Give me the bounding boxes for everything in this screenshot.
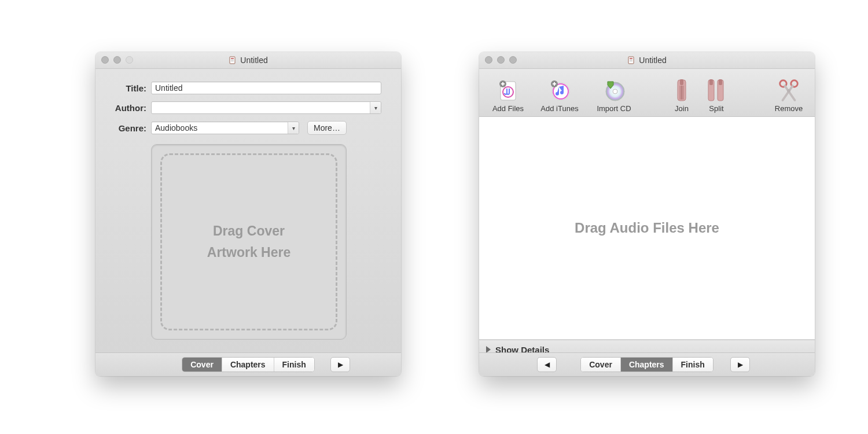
toolbar-label: Add Files [492,104,524,113]
toolbar-label: Remove [775,104,803,113]
zoom-icon[interactable] [509,56,517,64]
tab-chapters[interactable]: Chapters [621,358,673,372]
cover-artwork-prompt: Drag Cover Artwork Here [160,153,337,330]
split-icon [704,78,729,103]
title-label: Title: [95,83,146,93]
genre-field[interactable] [151,122,299,134]
add-files-icon [495,78,521,103]
next-button[interactable]: ▶ [330,357,350,372]
svg-rect-21 [709,79,713,85]
toolbar: Add Files Add iTunes [479,69,815,117]
tab-cover[interactable]: Cover [182,358,222,372]
svg-rect-17 [680,79,683,85]
audiobook-chapters-window: Untitled Add Files [479,52,815,376]
toolbar-label: Add iTunes [540,104,578,113]
tab-finish[interactable]: Finish [274,358,314,372]
split-button[interactable]: Split [699,78,734,113]
add-itunes-button[interactable]: Add iTunes [532,78,587,113]
svg-rect-2 [231,60,234,60]
audio-drop-prompt: Drag Audio Files Here [575,220,719,236]
author-dropdown-icon[interactable]: ▾ [370,102,381,113]
add-itunes-icon [547,78,572,103]
minimize-icon[interactable] [497,56,505,64]
window-title: Untitled [639,56,666,65]
svg-rect-23 [719,79,722,85]
toolbar-label: Import CD [597,104,631,113]
title-field[interactable] [151,82,381,94]
add-files-button[interactable]: Add Files [484,78,532,113]
document-icon [229,56,237,64]
titlebar[interactable]: Untitled [95,52,401,69]
next-button[interactable]: ▶ [730,357,750,372]
audio-files-dropzone[interactable]: Drag Audio Files Here [479,117,815,340]
svg-rect-7 [630,61,632,61]
close-icon[interactable] [101,56,109,64]
cover-artwork-dropzone[interactable]: Drag Cover Artwork Here [151,144,347,340]
minimize-icon[interactable] [113,56,121,64]
author-field[interactable] [151,101,381,114]
svg-point-15 [613,89,617,94]
remove-button[interactable]: Remove [767,78,810,113]
document-icon [627,56,635,64]
svg-rect-6 [630,60,632,60]
tab-finish[interactable]: Finish [673,358,713,372]
toolbar-label: Join [675,104,689,113]
prev-button[interactable]: ◀ [537,357,557,372]
join-icon [669,78,694,103]
tab-cover[interactable]: Cover [581,358,621,372]
svg-rect-5 [630,58,632,59]
audiobook-cover-window: Untitled Title: Author: ▾ Genre: ▾ [95,52,401,376]
close-icon[interactable] [485,56,492,64]
import-cd-button[interactable]: Import CD [587,78,641,113]
join-button[interactable]: Join [664,78,699,113]
genre-dropdown-icon[interactable]: ▾ [288,122,299,134]
titlebar[interactable]: Untitled [479,52,815,69]
svg-rect-3 [231,61,234,61]
more-button[interactable]: More… [307,121,347,135]
toolbar-label: Split [709,104,723,113]
window-title: Untitled [240,56,267,65]
author-label: Author: [95,103,146,113]
step-tabs: Cover Chapters Finish [182,357,315,372]
zoom-icon[interactable] [126,56,133,64]
svg-rect-1 [231,58,234,59]
import-cd-icon [601,78,627,103]
tab-chapters[interactable]: Chapters [222,358,274,372]
remove-icon [776,78,801,103]
genre-label: Genre: [95,123,146,133]
svg-point-26 [787,89,790,93]
step-tabs: Cover Chapters Finish [580,357,713,372]
